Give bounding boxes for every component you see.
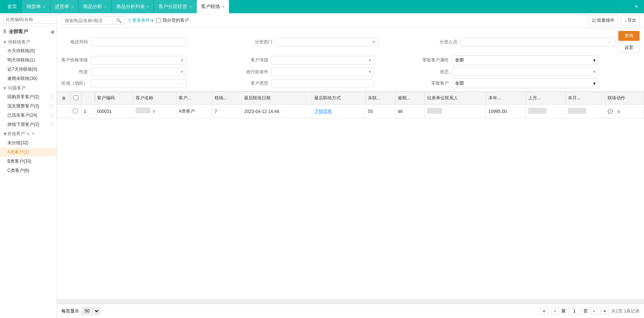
sidebar-item-churn[interactable]: 流失预警客户(3) ⓘ xyxy=(0,102,57,111)
sidebar-item-7days[interactable]: 近7天待联络(0) xyxy=(0,65,57,74)
my-customers-checkbox[interactable] xyxy=(156,18,161,23)
b-class-label: B类客户(33) xyxy=(7,158,31,165)
dept-chevron-icon: ▾ xyxy=(373,39,375,45)
filter-payment: 收付款条件 ▾ xyxy=(242,67,422,76)
th-checkbox[interactable] xyxy=(71,92,82,105)
nav-tab-customer-tier[interactable]: 客户分层经营 × xyxy=(154,0,196,13)
search-input[interactable] xyxy=(65,18,116,23)
select-all-checkbox[interactable] xyxy=(74,95,78,100)
tab-customer-tier-close[interactable]: × xyxy=(189,5,192,9)
sidebar-search-area: 🔍 xyxy=(0,13,57,26)
nav-tab-analysis-list[interactable]: 商品分析列表 × xyxy=(112,0,154,13)
window-close-button[interactable]: × xyxy=(632,3,641,10)
status-select[interactable]: ▾ xyxy=(452,67,599,76)
nature-select[interactable]: ▾ xyxy=(91,67,186,76)
triangle-icon: ▼ xyxy=(3,40,7,44)
group-problem-customers[interactable]: ▼ 问题客户 xyxy=(0,83,57,92)
page-size-select[interactable]: 50 100 xyxy=(81,307,100,315)
phone-input[interactable] xyxy=(91,38,186,46)
horizontal-scrollbar[interactable] xyxy=(57,299,644,304)
action-qr-icon[interactable]: ⊞ xyxy=(617,109,620,114)
sidebar-item-repurchase[interactable]: 回购异常客户(2) ⓘ xyxy=(0,92,57,102)
sidebar-item-overdue[interactable]: 逾期未联络(30) xyxy=(0,74,57,83)
th-name[interactable]: 客户名称 xyxy=(133,92,176,105)
payment-select[interactable]: ▾ xyxy=(271,67,374,76)
last-method-link[interactable]: 下销货单 xyxy=(314,109,332,114)
col-sep xyxy=(95,95,95,102)
region-select[interactable]: ··· xyxy=(91,79,186,88)
tab-analysis-list-close[interactable]: × xyxy=(147,5,149,9)
th-overdue[interactable]: 逾期... xyxy=(395,92,425,105)
th-last-date[interactable]: 最后联络日期 xyxy=(242,92,312,105)
top-navigation: 首页 销货单 × 进货单 × 商品分析 × 商品分析列表 × 客户分层经营 × … xyxy=(0,0,644,13)
sidebar-item-lost[interactable]: 已流失客户(24) ⓘ xyxy=(0,111,57,120)
sidebar-item-b-class[interactable]: B类客户(33) xyxy=(0,157,57,166)
batch-op-button[interactable]: ☑ 批量操作 xyxy=(588,15,618,25)
tab-sales-close[interactable]: × xyxy=(43,5,45,9)
export-button[interactable]: ↓ 导出 xyxy=(621,15,640,25)
search-icon[interactable]: 🔍 xyxy=(116,18,122,23)
td-level: A类客户 xyxy=(176,105,212,119)
c-class-label: C类客户(6) xyxy=(7,167,29,174)
tab-purchase-close[interactable]: × xyxy=(71,5,74,9)
filter-person: 分管人员 ··· xyxy=(431,38,615,46)
th-last-date-label: 最后联络日期 xyxy=(244,95,271,100)
nav-tab-analysis[interactable]: 商品分析 × xyxy=(79,0,111,13)
tab-customer-contact-close[interactable]: × xyxy=(222,5,225,9)
price-level-label: 客户价格等级 xyxy=(61,57,91,63)
page-next-group-button[interactable]: » xyxy=(600,307,609,315)
row-checkbox[interactable] xyxy=(73,109,78,113)
th-code[interactable]: 客户编码 xyxy=(95,92,133,105)
tab-purchase-label: 进货单 xyxy=(55,3,69,10)
th-last-method[interactable]: 最后联络方式 xyxy=(312,92,366,105)
sidebar-item-c-class[interactable]: C类客户(6) xyxy=(0,166,57,175)
page-prev-button[interactable]: ‹ xyxy=(551,307,559,315)
th-contact-count[interactable]: 联络... xyxy=(212,92,242,105)
sparse-attr-select[interactable]: 全部 ▾ xyxy=(452,55,599,65)
th-settings[interactable]: ⚙ xyxy=(57,92,71,105)
th-this-year[interactable]: 本年... xyxy=(486,92,526,105)
main-layout: 🔍 ⠿ 全部客户 ◀ ▼ 待联络客户 今天待联络(0) 明天待联络(1) 近7天… xyxy=(0,13,644,318)
th-no-contact[interactable]: 未联... xyxy=(365,92,395,105)
action-chat-icon[interactable]: 💬 xyxy=(608,109,613,114)
nav-tab-sales[interactable]: 销货单 × xyxy=(22,0,50,13)
nav-tab-purchase[interactable]: 进货单 × xyxy=(50,0,78,13)
th-level[interactable]: 客户... xyxy=(176,92,212,105)
th-this-month-label: 本月... xyxy=(568,95,580,100)
query-button[interactable]: 查询 xyxy=(618,31,640,41)
group-pending-label: 待联络客户 xyxy=(8,39,30,45)
th-this-year-label: 本年... xyxy=(489,95,501,100)
customer-type-input[interactable] xyxy=(271,79,374,88)
value-refresh-icon[interactable]: ↻ xyxy=(26,131,30,137)
total-label: 页 xyxy=(583,308,588,314)
tab-analysis-close[interactable]: × xyxy=(104,5,107,9)
page-prev-group-button[interactable]: « xyxy=(540,307,549,315)
sidebar-item-declining[interactable]: 持续下滑客户(2) ⓘ xyxy=(0,120,57,129)
collapse-icon[interactable]: ◀ xyxy=(50,29,54,35)
th-last-month[interactable]: 上月... xyxy=(526,92,565,105)
my-customers-checkbox-area: 我分管的客户 xyxy=(156,17,189,24)
sidebar-item-tomorrow[interactable]: 明天待联络(1) xyxy=(0,56,57,65)
more-conditions-button[interactable]: ▽ 更多条件 ▾ xyxy=(128,17,153,24)
nav-tab-customer-contact[interactable]: 客户联络 × xyxy=(197,0,229,13)
page-number-input[interactable] xyxy=(568,307,581,315)
all-customers-header[interactable]: ⠿ 全部客户 ◀ xyxy=(0,26,57,37)
price-level-select[interactable]: ▾ xyxy=(91,56,186,65)
dept-select[interactable]: ▾ xyxy=(275,38,378,46)
th-contacts-person[interactable]: 往来单位联系人 xyxy=(425,92,486,105)
sparse-value: 全部 xyxy=(455,80,464,86)
sidebar-item-today[interactable]: 今天待联络(0) xyxy=(0,46,57,56)
group-pending-contact[interactable]: ▼ 待联络客户 xyxy=(0,37,57,46)
sparse-select[interactable]: 全部 ▾ xyxy=(452,78,599,88)
person-select[interactable]: ··· xyxy=(460,38,615,46)
nav-home[interactable]: 首页 xyxy=(3,0,21,13)
page-next-button[interactable]: › xyxy=(590,307,598,315)
sidebar-item-ungrouped[interactable]: 未分组(32) xyxy=(0,138,57,148)
sidebar-item-a-class[interactable]: A类客户(1) xyxy=(0,148,57,157)
th-this-month[interactable]: 本月... xyxy=(566,92,605,105)
sidebar-search-input[interactable] xyxy=(3,15,57,24)
th-contacts-person-label: 往来单位联系人 xyxy=(427,95,458,100)
setting-button[interactable]: 设置 xyxy=(618,42,640,53)
customer-level-select[interactable]: ▾ xyxy=(271,56,374,65)
value-edit-icon[interactable]: ✎ xyxy=(32,131,35,137)
